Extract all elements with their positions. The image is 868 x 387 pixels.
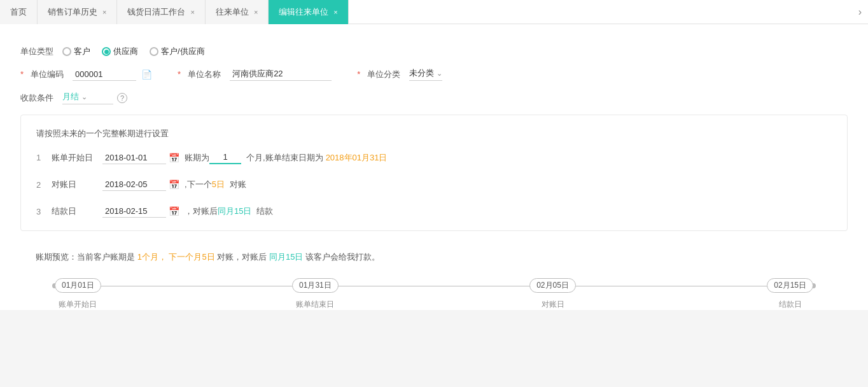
unit-code-label: 单位编码 [31, 69, 64, 80]
period-cal-icon-1[interactable]: 📅 [169, 153, 179, 163]
period-date-1[interactable] [102, 151, 166, 164]
period-label-3: 结款日 [52, 206, 102, 217]
tab-home[interactable]: 首页 [0, 0, 38, 24]
payment-label: 收款条件 [20, 92, 53, 104]
period-row-2: 2 对账日 📅 ,下一个 5日 对账 [36, 178, 832, 191]
period-desc-1b: 个月,账单结束日期为 [246, 152, 323, 164]
payment-help-icon[interactable]: ? [117, 93, 127, 103]
period-cal-icon-2[interactable]: 📅 [169, 179, 179, 190]
period-row-3: 3 结款日 📅 ，对账后 同月15日 结款 [36, 205, 832, 218]
unit-class-dropdown[interactable]: 未分类 ⌄ [409, 67, 442, 81]
period-settings-box: 请按照未来的一个完整帐期进行设置 1 账单开始日 📅 账期为 个月,账单结束日期… [20, 115, 848, 231]
unit-code-icon[interactable]: 📄 [141, 69, 152, 80]
preview-payment: 同月15日 [269, 252, 303, 262]
node-pill-3: 02月15日 [767, 278, 813, 293]
tab-sales-history-label: 销售订单历史 [48, 6, 97, 18]
preview-reconcile-suffix: 对账，对账后 [217, 252, 267, 262]
node-label-3: 结款日 [779, 299, 802, 310]
tab-cash-work[interactable]: 钱货日清工作台 × [117, 0, 205, 24]
tab-sales-history[interactable]: 销售订单历史 × [38, 0, 117, 24]
content-area: 单位类型 客户 供应商 客户/供应商 * 单位编码 📄 [0, 24, 868, 310]
timeline-node-3: 02月15日 结款日 [767, 278, 813, 310]
tab-partner[interactable]: 往来单位 × [206, 0, 269, 24]
period-desc-2a: ,下一个 [185, 179, 212, 190]
radio-supplier-dot [104, 50, 109, 54]
timeline-node-2: 02月05日 对账日 [529, 278, 576, 310]
preview-months: 1个月， [137, 252, 167, 262]
tab-edit-partner-close[interactable]: × [333, 8, 337, 16]
radio-supplier-label: 供应商 [113, 46, 138, 57]
period-date-2[interactable] [102, 178, 166, 191]
unit-type-radio-group: 客户 供应商 客户/供应商 [62, 46, 205, 57]
tab-edit-partner[interactable]: 编辑往来单位 × [269, 0, 348, 24]
period-label-2: 对账日 [52, 179, 102, 190]
period-date-3[interactable] [102, 205, 166, 218]
tab-edit-partner-label: 编辑往来单位 [279, 6, 328, 18]
preview-label: 账期预览：当前客户账期是 [36, 252, 135, 262]
radio-both-circle [150, 47, 158, 56]
period-desc-2b: 对账 [230, 179, 246, 190]
tab-cash-work-label: 钱货日清工作台 [127, 6, 185, 18]
node-label-0: 账单开始日 [59, 299, 97, 310]
tabs-bar: 首页 销售订单历史 × 钱货日清工作台 × 往来单位 × 编辑往来单位 × › [0, 0, 868, 24]
timeline-node-0: 01月01日 账单开始日 [55, 278, 101, 310]
unit-type-label: 单位类型 [20, 46, 53, 57]
node-label-2: 对账日 [542, 299, 564, 310]
tab-cash-work-close[interactable]: × [190, 8, 194, 16]
period-row-1: 1 账单开始日 📅 账期为 个月,账单结束日期为 2018年01月31日 [36, 151, 832, 164]
node-pill-2: 02月05日 [529, 278, 576, 293]
tab-partner-label: 往来单位 [216, 6, 249, 18]
timeline-nodes: 01月01日 账单开始日 01月31日 账单结束日 02月05日 对账日 02月… [55, 278, 813, 310]
unit-name-required: * [178, 69, 181, 79]
radio-customer-label: 客户 [74, 46, 90, 57]
payment-row: 收款条件 月结 ⌄ ? [20, 91, 848, 104]
period-title: 请按照未来的一个完整帐期进行设置 [36, 128, 832, 139]
node-label-1: 账单结束日 [296, 299, 334, 310]
unit-class-label: 单位分类 [367, 69, 400, 80]
unit-code-input[interactable] [73, 68, 136, 81]
preview-reconcile: 下一个月5日 [169, 252, 214, 262]
unit-code-required: * [20, 69, 24, 79]
period-highlight-2: 5日 [212, 179, 225, 190]
unit-class-required: * [357, 69, 360, 79]
preview-text: 账期预览：当前客户账期是 1个月， 下一个月5日 对账，对账后 同月15日 该客… [36, 251, 832, 263]
node-pill-1: 01月31日 [292, 278, 339, 293]
radio-supplier[interactable]: 供应商 [102, 46, 138, 57]
months-input[interactable] [209, 151, 241, 164]
unit-class-value: 未分类 [409, 67, 434, 79]
period-desc-3b: 结款 [256, 206, 273, 217]
tab-partner-close[interactable]: × [254, 8, 258, 16]
radio-customer-circle [62, 47, 71, 56]
unit-class-group: * 单位分类 未分类 ⌄ [357, 67, 442, 81]
timeline-node-1: 01月31日 账单结束日 [292, 278, 339, 310]
radio-supplier-circle [102, 47, 111, 56]
payment-chevron-icon: ⌄ [81, 93, 87, 101]
preview-section: 账期预览：当前客户账期是 1个月， 下一个月5日 对账，对账后 同月15日 该客… [20, 241, 848, 310]
period-cal-icon-3[interactable]: 📅 [169, 206, 179, 216]
period-num-2: 2 [36, 180, 52, 190]
unit-name-group: * 单位名称 [178, 68, 332, 81]
period-label-1: 账单开始日 [52, 152, 102, 164]
period-end-date-1: 2018年01月31日 [326, 152, 388, 164]
node-pill-0: 01月01日 [55, 278, 101, 293]
period-highlight-3: 同月15日 [218, 206, 251, 217]
payment-dropdown[interactable]: 月结 ⌄ [62, 91, 113, 104]
radio-both-label: 客户/供应商 [161, 46, 205, 57]
tab-sales-history-close[interactable]: × [102, 8, 106, 16]
unit-code-group: * 单位编码 📄 [20, 68, 152, 81]
period-desc-1a: 账期为 [185, 152, 209, 164]
unit-class-chevron-icon: ⌄ [437, 69, 442, 78]
unit-type-row: 单位类型 客户 供应商 客户/供应商 [20, 46, 848, 57]
payment-value: 月结 [62, 91, 79, 102]
tab-more-button[interactable]: › [852, 0, 868, 24]
period-num-1: 1 [36, 153, 52, 162]
radio-both[interactable]: 客户/供应商 [150, 46, 205, 57]
unit-name-label: 单位名称 [188, 69, 221, 80]
preview-payment-suffix: 该客户会给我打款。 [305, 252, 380, 262]
unit-name-input[interactable] [230, 68, 332, 81]
radio-customer[interactable]: 客户 [62, 46, 90, 57]
period-desc-3a: ，对账后 [185, 206, 218, 217]
unit-info-row: * 单位编码 📄 * 单位名称 * 单位分类 未分类 ⌄ [20, 67, 848, 81]
period-num-3: 3 [36, 207, 52, 216]
tab-home-label: 首页 [10, 6, 27, 18]
